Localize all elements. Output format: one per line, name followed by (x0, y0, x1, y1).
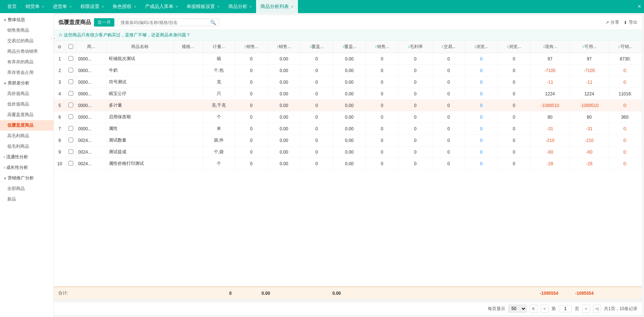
sidebar-item-low-value[interactable]: 低价值商品 (0, 99, 54, 110)
close-all-tabs-button[interactable]: × (638, 3, 641, 10)
sidebar-item-stocked-products[interactable]: 有库存的商品 (0, 57, 54, 67)
sidebar-section-cluster[interactable]: ∨ 类群差分析 (0, 78, 54, 88)
close-icon[interactable]: × (250, 4, 252, 9)
sidebar-collapse-button[interactable]: « (51, 35, 58, 41)
row-browse1[interactable]: 0 (465, 53, 498, 65)
row-checkbox[interactable] (68, 149, 73, 154)
col-header-gross-rate[interactable]: ↕毛利率 (398, 41, 432, 53)
row-checkbox[interactable] (68, 68, 73, 72)
browse1-link[interactable]: 0 (480, 115, 483, 120)
col-header-trade[interactable]: ↕交易... (432, 41, 465, 53)
row-checkbox-cell[interactable] (66, 76, 76, 88)
col-header-sellable[interactable]: ↕可销... (609, 41, 642, 53)
row-checkbox[interactable] (68, 138, 73, 142)
nav-sales-order[interactable]: 销货单 × (21, 0, 48, 13)
close-icon[interactable]: × (42, 4, 44, 9)
row-checkbox-cell[interactable] (66, 88, 76, 100)
col-header-sales-amt[interactable]: ↕销售... (268, 41, 301, 53)
row-checkbox-cell[interactable] (66, 111, 76, 123)
nav-permission-settings[interactable]: 权限设置 × (76, 0, 108, 13)
row-checkbox[interactable] (68, 114, 73, 119)
next-page-button[interactable]: > (582, 305, 590, 313)
browse1-link[interactable]: 0 (480, 68, 483, 73)
row-browse1[interactable]: 0 (465, 123, 498, 135)
nav-role-auth[interactable]: 角色授权 × (108, 0, 140, 13)
row-browse1[interactable]: 0 (465, 135, 498, 146)
row-browse1[interactable]: 0 (465, 88, 498, 100)
row-browse1[interactable]: 0 (465, 146, 498, 158)
row-checkbox[interactable] (68, 91, 73, 96)
close-icon[interactable]: × (217, 4, 219, 9)
row-checkbox-cell[interactable] (66, 135, 76, 146)
last-page-button[interactable]: >| (593, 305, 601, 313)
browse1-link[interactable]: 0 (480, 150, 483, 155)
col-header-current[interactable]: ↕现有... (530, 41, 570, 53)
page-number-input[interactable] (559, 305, 572, 312)
sidebar-section-circulation[interactable]: › 流通性分析 (0, 152, 54, 162)
browse1-link[interactable]: 0 (480, 91, 483, 96)
sidebar-section-marketing[interactable]: ∨ 营销推广分析 (0, 173, 54, 183)
col-header-coverage2[interactable]: ↕覆盖... (333, 41, 366, 53)
col-header-spec[interactable]: 规格... (174, 41, 203, 53)
sidebar-item-low-profit[interactable]: 低毛利商品 (0, 141, 54, 152)
sidebar-item-stock-capital[interactable]: 库存资金占用 (0, 67, 54, 78)
col-header-sales-qty[interactable]: ↕销售... (235, 41, 268, 53)
col-header-name[interactable]: 商品名称 (106, 41, 174, 53)
row-checkbox[interactable] (68, 56, 73, 61)
sidebar-item-category-sales-rate[interactable]: 商品分类动销率 (0, 46, 54, 57)
sidebar-item-new-products[interactable]: 新品 (0, 194, 54, 205)
row-checkbox-cell[interactable] (66, 100, 76, 111)
share-button[interactable]: ↗ 分享 (605, 19, 619, 25)
select-all-checkbox[interactable] (68, 44, 73, 49)
col-header-browse2[interactable]: ↕浏览... (498, 41, 530, 53)
row-checkbox[interactable] (68, 126, 73, 131)
browse1-link[interactable]: 0 (480, 80, 483, 85)
sidebar-item-all-products[interactable]: 全部商品 (0, 183, 54, 194)
row-checkbox-cell[interactable] (66, 146, 76, 158)
search-input[interactable] (121, 20, 210, 25)
close-icon[interactable]: × (102, 4, 104, 9)
sidebar-item-high-profit[interactable]: 高毛利商品 (0, 131, 54, 141)
sidebar-item-high-coverage[interactable]: 高覆盖度商品 (0, 110, 54, 120)
sidebar-section-overall[interactable]: ∨ 整体信息 (0, 15, 54, 25)
nav-template-settings[interactable]: 单据模板设置 × (182, 0, 224, 13)
row-checkbox[interactable] (68, 161, 73, 166)
close-icon[interactable]: × (134, 4, 136, 9)
sidebar-item-low-coverage[interactable]: 低覆盖度商品 (0, 120, 54, 131)
row-checkbox-cell[interactable] (66, 123, 76, 135)
col-header-unit[interactable]: 计量... (203, 41, 235, 53)
nav-product-analysis[interactable]: 商品分析 × (224, 0, 256, 13)
browse1-link[interactable]: 0 (480, 126, 483, 131)
browse1-link[interactable]: 0 (480, 161, 483, 166)
sidebar-item-high-value[interactable]: 高价值商品 (0, 88, 54, 99)
row-checkbox[interactable] (68, 79, 73, 84)
settings-column-header[interactable]: ⚙ (54, 41, 66, 53)
prev-page-button[interactable]: < (541, 305, 549, 313)
period-filter-button[interactable]: 近一月 (94, 18, 114, 27)
col-header-available[interactable]: ↕可用... (570, 41, 609, 53)
column-settings-icon[interactable]: ⚙ (58, 44, 62, 49)
sidebar-item-traded-products[interactable]: 交易过的商品 (0, 36, 54, 46)
browse1-link[interactable]: 0 (480, 56, 483, 62)
close-icon[interactable]: × (291, 4, 293, 9)
browse1-link[interactable]: 0 (480, 103, 483, 108)
first-page-button[interactable]: K (530, 305, 538, 313)
row-browse1[interactable]: 0 (465, 76, 498, 88)
row-browse1[interactable]: 0 (465, 65, 498, 76)
sidebar-section-growth[interactable]: › 成长性分析 (0, 162, 54, 173)
row-checkbox-cell[interactable] (66, 158, 76, 170)
row-checkbox-cell[interactable] (66, 65, 76, 76)
nav-product-analysis-list[interactable]: 商品分析列表 × (256, 0, 298, 13)
nav-home[interactable]: 首页 (3, 0, 21, 13)
row-browse1[interactable]: 0 (465, 111, 498, 123)
col-header-sales-days[interactable]: ↕销售... (366, 41, 398, 53)
horizontal-scrollbar[interactable] (54, 299, 642, 302)
per-page-select[interactable]: 50 20 100 200 (508, 305, 527, 313)
col-header-browse1[interactable]: ↕浏览... (465, 41, 498, 53)
row-browse1[interactable]: 0 (465, 100, 498, 111)
sidebar-item-sales-products[interactable]: 销售类商品 (0, 25, 54, 36)
row-checkbox[interactable] (68, 103, 73, 107)
col-header-code[interactable]: 商... (76, 41, 106, 53)
nav-product-warehouse[interactable]: 产成品入库单 × (141, 0, 182, 13)
row-browse1[interactable]: 0 (465, 158, 498, 170)
